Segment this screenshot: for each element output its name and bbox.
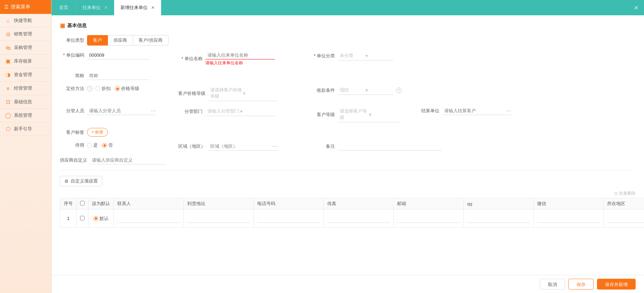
- tag-row: 客户标签 + 标签: [60, 128, 636, 137]
- manager-label: 分管人员: [60, 108, 84, 114]
- payment-terms-label: 收款条件: [311, 87, 335, 93]
- contact-table: 序号 设为默认 联系人 到货地址 电话号码 传真 邮箱 qq 微信 所在地区 操…: [60, 198, 644, 228]
- notes-group: 备注: [311, 142, 636, 150]
- unit-category-dropdown[interactable]: 未分类 ▾: [338, 51, 393, 60]
- pricing-help-icon[interactable]: ?: [87, 86, 93, 91]
- pricing-discount[interactable]: 折扣: [95, 86, 111, 92]
- tab-list-close[interactable]: ✕: [104, 5, 108, 10]
- unit-type-both[interactable]: 客户/供应商: [133, 35, 168, 46]
- sidebar-item-guide[interactable]: ⬡ 新手引导: [0, 122, 51, 136]
- customer-level-label: 客户等级: [311, 112, 335, 118]
- category-arrow-icon: ▾: [366, 53, 391, 58]
- payment-terms-dropdown[interactable]: 现结 ▾: [338, 86, 393, 95]
- row-checkbox: [77, 210, 88, 228]
- row-default-label[interactable]: 默认: [93, 215, 109, 222]
- disabled-yes[interactable]: 是: [87, 142, 98, 148]
- sidebar-item-purchase[interactable]: 🛍 采购管理: [0, 41, 51, 55]
- col-phone: 电话号码: [254, 198, 324, 210]
- sidebar-item-operation[interactable]: ≡ 经营管理: [0, 82, 51, 95]
- sidebar-search[interactable]: ☰ 搜索菜单: [0, 0, 51, 14]
- purchase-icon: 🛍: [5, 44, 11, 51]
- select-all-checkbox[interactable]: [80, 201, 85, 205]
- window-close-button[interactable]: ✕: [628, 5, 644, 11]
- abbr-row: 简称: [60, 72, 636, 80]
- col-default: 设为默认: [88, 198, 114, 210]
- col-checkbox: [77, 198, 88, 210]
- payment-arrow-icon: ▾: [366, 88, 391, 93]
- region-dots-btn[interactable]: ···: [271, 143, 278, 149]
- pricing-level[interactable]: 价格等级: [115, 86, 139, 92]
- sidebar-item-basic[interactable]: ⊡ 基础信息: [0, 95, 51, 109]
- row-select-checkbox[interactable]: [80, 216, 85, 220]
- settlement-input[interactable]: [442, 107, 505, 115]
- save-new-button[interactable]: 保存并新增: [597, 279, 636, 290]
- department-dropdown[interactable]: 请输入分管部门 ▾: [205, 107, 275, 116]
- wechat-input[interactable]: [537, 214, 600, 223]
- cancel-button[interactable]: 取消: [540, 279, 565, 290]
- tab-bar: 首页 往来单位 ✕ 新增往来单位 ✕ ✕: [52, 0, 644, 15]
- section-icon: ▣: [60, 22, 65, 29]
- level-radio[interactable]: [115, 86, 120, 91]
- row-default-radio-btn[interactable]: [93, 216, 98, 221]
- yes-radio[interactable]: [87, 143, 92, 148]
- row-region-input-field[interactable]: [607, 214, 644, 223]
- tag-group: 客户标签 + 标签: [60, 128, 636, 137]
- main-area: 首页 往来单位 ✕ 新增往来单位 ✕ ✕ ▣ 基本信息 单位类型 客户 供应商 …: [52, 0, 644, 293]
- settings-gear-icon: ⚙: [64, 179, 69, 184]
- manager-input[interactable]: [87, 107, 150, 115]
- sidebar-item-finance[interactable]: ◑ 资金管理: [0, 68, 51, 82]
- unit-type-supplier[interactable]: 供应商: [108, 35, 133, 46]
- sidebar-item-inventory[interactable]: ▣ 库存核算: [0, 55, 51, 68]
- region-label: 区域（地区）: [178, 143, 205, 149]
- address-input[interactable]: [187, 214, 250, 223]
- tab-new-close[interactable]: ✕: [151, 5, 155, 10]
- pricing-method-label: 定价方法: [60, 86, 84, 92]
- region-input[interactable]: [208, 142, 271, 150]
- email-input[interactable]: [397, 214, 460, 223]
- tab-home[interactable]: 首页: [52, 0, 76, 15]
- disabled-radio-group: 是 否: [87, 142, 113, 148]
- row-default: 默认: [88, 210, 114, 228]
- unit-type-buttons: 客户 供应商 客户/供应商: [87, 35, 168, 46]
- contact-input[interactable]: [117, 214, 180, 223]
- tab-new[interactable]: 新增往来单位 ✕: [114, 0, 161, 15]
- save-button[interactable]: 保存: [568, 279, 594, 290]
- phone-input[interactable]: [257, 214, 320, 223]
- settlement-dots-btn[interactable]: ···: [505, 108, 512, 114]
- notes-input[interactable]: [338, 142, 442, 150]
- disabled-no[interactable]: 否: [102, 142, 113, 148]
- abbr-label: 简称: [60, 73, 84, 79]
- supplier-custom-label: 供应商自定义: [60, 157, 87, 163]
- tab-list[interactable]: 往来单位 ✕: [76, 0, 114, 15]
- no-radio[interactable]: [102, 143, 107, 148]
- custom-settings-button[interactable]: ⚙ 自定义项设置: [60, 176, 102, 186]
- customer-price-level-dropdown[interactable]: 请选择客户价格等级 ▾: [208, 86, 278, 101]
- sidebar-item-sales[interactable]: ◎ 销售管理: [0, 27, 51, 41]
- inventory-icon: ▣: [5, 58, 11, 64]
- manager-dots-btn[interactable]: ···: [150, 108, 157, 114]
- supplier-custom-input[interactable]: [90, 156, 166, 164]
- add-tag-button[interactable]: + 标签: [87, 128, 108, 137]
- sidebar: ☰ 搜索菜单 ⌂ 快捷导航 ◎ 销售管理 🛍 采购管理 ▣ 库存核算 ◑ 资金管…: [0, 0, 52, 293]
- unit-type-customer[interactable]: 客户: [87, 35, 108, 46]
- unit-name-error: 请输入往来单位名称: [205, 60, 275, 66]
- abbr-input[interactable]: [87, 72, 150, 80]
- supplier-custom-row: 供应商自定义: [60, 156, 636, 164]
- customer-level-dropdown[interactable]: 请选择客户等级 ▾: [338, 107, 400, 122]
- abbr-group: 简称: [60, 72, 178, 80]
- settlement-unit-group: 结算单位 ···: [415, 107, 636, 115]
- sidebar-item-system[interactable]: ◯ 系统管理: [0, 109, 51, 122]
- unit-name-input[interactable]: [205, 51, 275, 59]
- search-icon: ☰: [4, 4, 9, 10]
- unit-name-group: 单位名称 请输入往来单位名称: [178, 51, 311, 66]
- qq-input[interactable]: [467, 214, 530, 223]
- fax-input[interactable]: [327, 214, 390, 223]
- manager-group: 分管人员 ···: [60, 107, 178, 115]
- department-group: 分管部门 请输入分管部门 ▾: [178, 107, 311, 116]
- payment-help-icon[interactable]: ?: [396, 88, 402, 93]
- sidebar-item-quick-nav[interactable]: ⌂ 快捷导航: [0, 14, 51, 27]
- unit-code-input[interactable]: [87, 51, 150, 59]
- discount-radio[interactable]: [95, 86, 100, 91]
- code-name-category-row: 单位编码 单位名称 请输入往来单位名称 单位分类 未分类 ▾: [60, 51, 636, 66]
- row-contact-input: [114, 210, 184, 228]
